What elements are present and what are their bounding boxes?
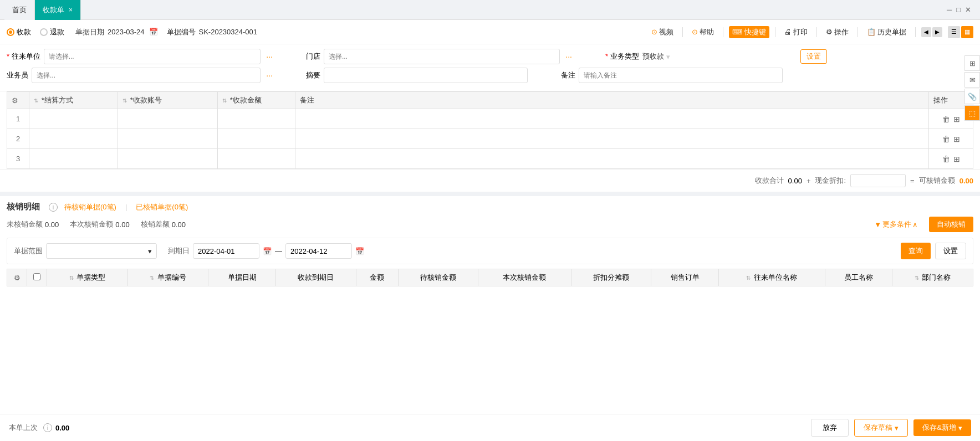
radio-collect[interactable]: 收款: [7, 27, 31, 37]
bottom-col-employee-header: 员工名称: [825, 269, 892, 286]
row-1-payment-method[interactable]: [29, 109, 118, 129]
auto-recon-button[interactable]: 自动核销: [929, 217, 973, 232]
shortcut-btn[interactable]: ⌨ 快捷键: [729, 26, 769, 38]
help-btn[interactable]: ⊙ 帮助: [688, 26, 717, 38]
view-grid-icon[interactable]: ▦: [961, 26, 973, 38]
save-new-button[interactable]: 保存&新增 ▾: [913, 419, 971, 436]
table-row: 3 🗑 ⊞: [7, 149, 973, 169]
bottom-col-current-label: 本次核销金额: [503, 273, 546, 281]
right-attachment-icon[interactable]: 📎: [964, 89, 980, 104]
view-list-icon[interactable]: ☰: [948, 26, 960, 38]
due-date-end-input[interactable]: [285, 243, 352, 259]
row-3-remark[interactable]: [295, 149, 929, 169]
row-2-delete-icon[interactable]: 🗑: [942, 135, 950, 143]
bottom-col-voucher-date-label: 单据日期: [228, 273, 257, 281]
row-3-delete-icon[interactable]: 🗑: [942, 155, 950, 163]
pending-tab[interactable]: 待核销单据(0笔): [64, 202, 116, 212]
query-button[interactable]: 查询: [901, 243, 931, 259]
nav-prev-icon[interactable]: ◀: [921, 27, 931, 37]
tab-home[interactable]: 首页: [4, 0, 35, 20]
right-email-icon[interactable]: ✉: [964, 72, 980, 88]
sort-department-icon[interactable]: ⇅: [915, 275, 919, 281]
bottom-col-voucher-date-header: 单据日期: [208, 269, 276, 286]
business-type-dropdown-icon[interactable]: ▾: [666, 53, 670, 61]
completed-tab[interactable]: 已核销单据(0笔): [136, 202, 188, 212]
last-order-info-icon[interactable]: i: [43, 423, 52, 432]
bottom-table-settings-icon[interactable]: ⚙: [14, 274, 21, 282]
window-maximize-icon[interactable]: □: [956, 6, 961, 14]
row-1-remark[interactable]: [295, 109, 929, 129]
video-btn[interactable]: ⊙ 视频: [648, 26, 677, 38]
row-2-payment-method[interactable]: [29, 129, 118, 149]
sort-voucher-type-icon[interactable]: ⇅: [69, 275, 74, 281]
row-2-amount[interactable]: [218, 129, 295, 149]
row-1-amount[interactable]: [218, 109, 295, 129]
row-3-account[interactable]: [118, 149, 218, 169]
row-1-delete-icon[interactable]: 🗑: [942, 115, 950, 124]
operation-btn[interactable]: ⚙ 操作: [823, 26, 852, 38]
help-icon: ⊙: [692, 28, 698, 36]
bottom-col-sales-order-header: 销售订单: [651, 269, 719, 286]
cash-discount-input[interactable]: [850, 174, 906, 187]
counterparty-input[interactable]: [44, 49, 261, 64]
bottom-col-amount-header: 金额: [356, 269, 398, 286]
window-minimize-icon[interactable]: ─: [947, 6, 952, 14]
due-date-start-input[interactable]: [193, 243, 259, 259]
right-screenshot-icon[interactable]: ⬚: [964, 105, 980, 121]
table-row: 2 🗑 ⊞: [7, 129, 973, 149]
shop-field: 门店 ···: [306, 49, 572, 64]
shop-input[interactable]: [324, 49, 560, 64]
stat-current: 本次核销金额 0.00: [70, 219, 129, 229]
right-table-icon[interactable]: ⊞: [964, 55, 980, 71]
calendar-end-icon[interactable]: 📅: [355, 247, 364, 255]
sort-voucher-number-icon[interactable]: ⇅: [150, 275, 154, 281]
row-3-payment-method[interactable]: [29, 149, 118, 169]
sort-account-icon[interactable]: ⇅: [122, 98, 127, 104]
salesman-more-icon[interactable]: ···: [266, 71, 273, 80]
sort-counterparty-icon[interactable]: ⇅: [746, 275, 751, 281]
sort-payment-icon[interactable]: ⇅: [34, 98, 38, 104]
section-separator: [0, 192, 980, 196]
bottom-col-voucher-number-label: 单据编号: [157, 273, 186, 281]
row-3-amount[interactable]: [218, 149, 295, 169]
nav-next-icon[interactable]: ▶: [932, 27, 942, 37]
table-row: 1 🗑 ⊞: [7, 109, 973, 129]
calendar-icon[interactable]: 📅: [149, 28, 158, 36]
row-3-copy-icon[interactable]: ⊞: [953, 155, 960, 163]
filter-settings-button[interactable]: 设置: [935, 243, 966, 259]
row-2-copy-icon[interactable]: ⊞: [953, 135, 960, 143]
row-2-account[interactable]: [118, 129, 218, 149]
more-conditions-label: 更多条件: [882, 219, 911, 229]
history-btn[interactable]: 📋 历史单据: [864, 26, 910, 38]
sort-amount-icon[interactable]: ⇅: [222, 98, 227, 104]
tab-close-icon[interactable]: ×: [69, 6, 73, 14]
current-label: 本次核销金额: [70, 219, 113, 229]
tab-receipt[interactable]: 收款单 ×: [35, 0, 81, 20]
row-1-account[interactable]: [118, 109, 218, 129]
discard-button[interactable]: 放弃: [811, 419, 849, 437]
bottom-col-pending-label: 待核销金额: [420, 273, 456, 281]
salesman-input[interactable]: [32, 68, 261, 83]
cash-discount-label: 现金折扣:: [815, 176, 846, 186]
print-btn[interactable]: 🖨 打印: [781, 26, 811, 38]
recon-info-icon[interactable]: i: [49, 203, 58, 212]
settings-button[interactable]: 设置: [800, 49, 827, 64]
radio-refund[interactable]: 退款: [40, 27, 64, 37]
col-payment-method-header: ⇅ *结算方式: [29, 92, 118, 109]
row-2-remark[interactable]: [295, 129, 929, 149]
due-date-filter: 到期日 📅 — 📅: [168, 243, 364, 259]
voucher-range-select[interactable]: ▾: [46, 243, 157, 259]
save-new-dropdown-icon[interactable]: ▾: [958, 424, 962, 432]
table-settings-icon[interactable]: ⚙: [12, 96, 18, 105]
shop-more-icon[interactable]: ···: [565, 52, 572, 61]
row-1-copy-icon[interactable]: ⊞: [953, 115, 960, 124]
summary-input[interactable]: [324, 68, 528, 83]
calendar-start-icon[interactable]: 📅: [263, 247, 272, 255]
select-all-checkbox[interactable]: [33, 273, 40, 280]
window-close-icon[interactable]: ✕: [965, 6, 971, 14]
more-conditions-btn[interactable]: ▼ 更多条件 ∧: [874, 219, 918, 229]
save-draft-button[interactable]: 保存草稿 ▾: [854, 419, 908, 437]
save-draft-dropdown-icon[interactable]: ▾: [895, 424, 899, 432]
counterparty-more-icon[interactable]: ···: [266, 52, 273, 61]
remark-input[interactable]: [579, 68, 783, 83]
